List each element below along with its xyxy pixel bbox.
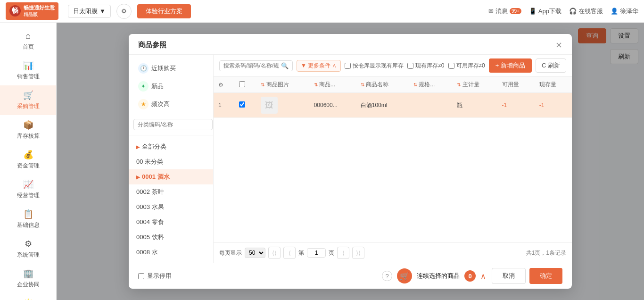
modal-right-panel: 🔍 ▼ 更多条件 ∧ 按仓库显示现有库存 — [214, 55, 572, 263]
category-0001[interactable]: ▶ 0001 酒水 — [129, 169, 213, 184]
quick-item-new[interactable]: ✦ 新品 — [132, 78, 209, 94]
sidebar-item-enterprise[interactable]: 🏢 企业协同 — [0, 264, 56, 293]
sidebar: ⌂ 首页 📊 销售管理 🛒 采购管理 📦 库存核算 💰 资金管理 📈 经营管理 … — [0, 23, 57, 300]
quick-items: 🕐 近期购买 ✦ 新品 ★ 频次高 — [129, 58, 213, 116]
prev-page-button[interactable]: ⟨ — [283, 247, 296, 259]
table-row[interactable]: 1 🖼 000600... 白酒100ml 瓶 — [214, 93, 572, 118]
top-nav: 畅 畅捷通好生意 精品版 日太阳膜 ▼ ⚙ 体验行业方案 ✉消息 99+ 📱Ap… — [0, 0, 644, 23]
last-page-button[interactable]: ⟩⟩ — [352, 247, 364, 259]
checkbox-current-stock[interactable]: 现有库存≠0 — [407, 62, 444, 70]
col-image: ⇅ 商品图片 — [256, 77, 309, 93]
main-layout: ⌂ 首页 📊 销售管理 🛒 采购管理 📦 库存核算 💰 资金管理 📈 经营管理 … — [0, 23, 644, 300]
category-0005[interactable]: 0005 饮料 — [129, 230, 213, 245]
product-search-input[interactable] — [223, 62, 279, 69]
pagination: 每页显示 50 ⟨⟨ ⟨ 第 页 ⟩ ⟩⟩ 共1页，1条记录 — [214, 242, 572, 263]
operations-icon: 📈 — [23, 179, 33, 190]
category-list: ▶ 全部分类 00 未分类 ▶ 0001 酒水 0002 茶 — [129, 137, 213, 263]
help-icon[interactable]: ? — [382, 271, 392, 281]
enterprise-icon: 🏢 — [23, 268, 33, 279]
basic-icon: 📋 — [23, 209, 33, 219]
show-disabled-checkbox[interactable]: 显示停用 — [138, 272, 172, 280]
row-image: 🖼 — [256, 93, 309, 118]
page-number-input[interactable] — [307, 248, 326, 258]
sidebar-item-operations[interactable]: 📈 经营管理 — [0, 175, 56, 204]
next-page-button[interactable]: ⟩ — [337, 247, 349, 259]
modal-toolbar: 🔍 ▼ 更多条件 ∧ 按仓库显示现有库存 — [214, 55, 572, 77]
category-all[interactable]: ▶ 全部分类 — [129, 139, 213, 154]
content-area: 查询 设置 刷新 商品参照 ✕ 🕐 — [57, 23, 644, 300]
product-thumbnail: 🖼 — [261, 97, 278, 114]
product-reference-modal: 商品参照 ✕ 🕐 近期购买 ✦ 新 — [129, 34, 572, 289]
col-code[interactable]: ⇅ 商品... — [309, 77, 356, 93]
home-icon: ⌂ — [25, 31, 31, 41]
trial-button[interactable]: 体验行业方案 — [137, 4, 191, 18]
quick-item-recent[interactable]: 🕐 近期购买 — [132, 60, 209, 76]
category-0004[interactable]: 0004 零食 — [129, 215, 213, 230]
logo: 畅 畅捷通好生意 精品版 — [6, 2, 58, 19]
sidebar-item-finance[interactable]: 💰 资金管理 — [0, 145, 56, 175]
modal-overlay: 商品参照 ✕ 🕐 近期购买 ✦ 新 — [57, 23, 644, 300]
category-search-input[interactable] — [133, 119, 213, 130]
nav-right: ✉消息 99+ 📱App下载 🎧在线客服 👤徐泽华 — [488, 7, 638, 16]
logo-subtitle: 精品版 — [24, 11, 55, 18]
sidebar-item-inventory[interactable]: 📦 库存核算 — [0, 115, 56, 145]
app-download-nav[interactable]: 📱App下载 — [529, 7, 561, 16]
row-unit: 瓶 — [452, 93, 497, 118]
col-settings[interactable]: ⚙ — [214, 77, 234, 93]
row-available: -1 — [497, 93, 535, 118]
toolbar-right: + 新增商品 C 刷新 — [489, 58, 566, 73]
checkbox-available-stock[interactable]: 可用库存≠0 — [448, 62, 485, 70]
row-name: 白酒100ml — [356, 93, 409, 118]
user-profile-nav[interactable]: 👤徐泽华 — [611, 7, 638, 16]
messages-nav[interactable]: ✉消息 99+ — [488, 7, 521, 16]
freq-icon: ★ — [138, 99, 149, 109]
row-spec — [409, 93, 452, 118]
col-unit[interactable]: ⇅ 主计量 — [452, 77, 497, 93]
store-selector[interactable]: 日太阳膜 ▼ — [68, 5, 111, 18]
recent-icon: 🕐 — [138, 63, 149, 74]
checkbox-warehouse-stock[interactable]: 按仓库显示现有库存 — [345, 62, 404, 70]
confirm-button[interactable]: 确定 — [529, 268, 562, 284]
row-code: 000600... — [309, 93, 356, 118]
product-table: ⚙ ⇅ 商品图片 ⇅ 商品... ⇅ 商品名称 ⇅ 规格... ⇅ 主计量 可用… — [214, 77, 572, 118]
filter-button[interactable]: ▼ 更多条件 ∧ — [297, 60, 341, 72]
col-stock[interactable]: 现存量 — [535, 77, 572, 93]
modal-footer: 显示停用 ? 🛒 连续选择的商品 0 ∧ 取消 确定 — [129, 263, 572, 289]
customer-service-nav[interactable]: 🎧在线客服 — [569, 7, 603, 16]
sidebar-item-sales[interactable]: 📊 销售管理 — [0, 56, 56, 85]
category-0002[interactable]: 0002 茶叶 — [129, 184, 213, 200]
refresh-table-button[interactable]: C 刷新 — [536, 58, 566, 73]
category-0008[interactable]: 0008 水 — [129, 245, 213, 260]
product-search-icon[interactable]: 🔍 — [281, 62, 289, 69]
add-product-button[interactable]: + 新增商品 — [489, 58, 532, 73]
new-item-icon: ✦ — [138, 81, 149, 92]
sales-icon: 📊 — [23, 60, 33, 71]
row-stock: -1 — [535, 93, 572, 118]
row-checkbox[interactable] — [234, 93, 256, 118]
sidebar-item-guide[interactable]: 🌟 新手引导 — [0, 293, 56, 300]
guide-icon: 🌟 — [23, 298, 33, 300]
product-search-box: 🔍 — [219, 60, 293, 71]
category-0003[interactable]: 0003 水果 — [129, 200, 213, 215]
col-spec[interactable]: ⇅ 规格... — [409, 77, 452, 93]
category-00[interactable]: 00 未分类 — [129, 154, 213, 169]
col-name[interactable]: ⇅ 商品名称 — [356, 77, 409, 93]
cancel-button[interactable]: 取消 — [492, 268, 526, 284]
cart-count-badge: 0 — [464, 270, 476, 282]
sidebar-item-basic[interactable]: 📋 基础信息 — [0, 204, 56, 234]
first-page-button[interactable]: ⟨⟨ — [268, 247, 281, 259]
modal-close-button[interactable]: ✕ — [555, 41, 562, 50]
settings-icon[interactable]: ⚙ — [116, 4, 132, 19]
select-all-checkbox[interactable] — [239, 81, 245, 87]
quick-item-freq[interactable]: ★ 频次高 — [132, 96, 209, 112]
collapse-arrow-icon[interactable]: ∧ — [480, 272, 486, 281]
cart-icon[interactable]: 🛒 — [397, 268, 412, 283]
sidebar-item-home[interactable]: ⌂ 首页 — [0, 26, 56, 56]
modal-left-panel: 🕐 近期购买 ✦ 新品 ★ 频次高 — [129, 55, 214, 263]
col-available[interactable]: 可用量 — [497, 77, 535, 93]
system-icon: ⚙ — [25, 239, 32, 249]
sidebar-item-purchase[interactable]: 🛒 采购管理 — [0, 85, 56, 115]
page-size-select[interactable]: 50 — [245, 248, 265, 258]
col-checkbox — [234, 77, 256, 93]
sidebar-item-system[interactable]: ⚙ 系统管理 — [0, 234, 56, 264]
